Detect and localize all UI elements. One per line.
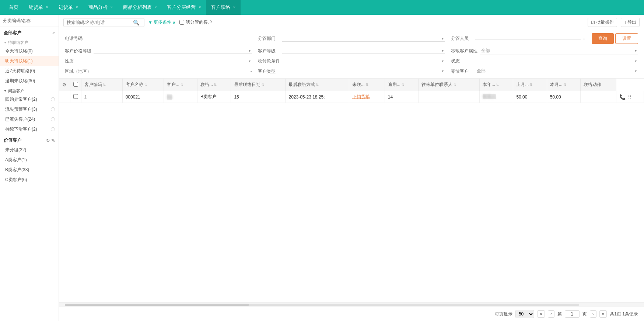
info-icon-churn: ⓘ (51, 107, 55, 112)
sidebar-item-ungrouped[interactable]: 未分组(32) (0, 145, 59, 155)
main-search-icon[interactable]: 🔍 (133, 20, 139, 25)
sidebar-item-b-class[interactable]: B类客户(33) (0, 165, 59, 175)
table-header-row: ⚙ 客户编码⇅ 客户名称⇅ 客户...⇅ (59, 79, 644, 91)
refresh-icon[interactable]: ↻ (46, 138, 50, 143)
payment-select[interactable]: ▾ (282, 58, 445, 64)
nav-home[interactable]: 首页 (4, 0, 24, 15)
status-select[interactable]: ▾ (475, 58, 638, 64)
customer-type-select[interactable]: ▾ (282, 68, 445, 74)
close-product-analysis-list-icon[interactable]: × (155, 0, 157, 15)
content-area: 🔍 ▼ 更多条件 ∧ 我分管的客户 ☑ 批量操作 ↑ 导出 (59, 15, 644, 321)
nav-sales-order[interactable]: 销货单 × (24, 0, 53, 15)
sidebar-item-a-class[interactable]: A类客户(1) (0, 155, 59, 165)
nav-purchase-order[interactable]: 进货单 × (53, 0, 83, 15)
col-gear-header: ⚙ (59, 79, 70, 91)
sort-type-icon[interactable]: ⇅ (180, 83, 183, 87)
sort-contacts-icon[interactable]: ⇅ (214, 83, 217, 87)
total-records: 共1页 1条记录 (610, 311, 638, 317)
edit-icon[interactable]: ✎ (51, 138, 55, 143)
retail-attr-select[interactable]: 全部▾ (480, 47, 638, 55)
phone-input[interactable] (89, 35, 252, 42)
main-search-input[interactable] (67, 20, 133, 25)
page-label: 第 (557, 311, 562, 317)
sidebar-item-7days-contact[interactable]: 近7天待联络(0) (0, 66, 59, 76)
prev-page-btn[interactable]: ‹ (548, 310, 554, 318)
close-product-analysis-icon[interactable]: × (111, 0, 113, 15)
my-customers-checkbox[interactable] (179, 20, 184, 25)
export-btn[interactable]: ↑ 导出 (621, 18, 640, 27)
sidebar-item-tomorrow-contact[interactable]: 明天待联络(1) (0, 56, 59, 66)
sort-name-icon[interactable]: ⇅ (144, 83, 147, 87)
sort-code-icon[interactable]: ⇅ (103, 83, 106, 87)
area-select[interactable] (94, 70, 246, 72)
col-name-header: 客户名称⇅ (122, 79, 164, 91)
group-problem-customers: 问题客户 (0, 86, 59, 94)
settings-icon[interactable]: ⚙ (62, 82, 66, 87)
sort-contact-person-icon[interactable]: ⇅ (453, 83, 456, 87)
set-button[interactable]: 设置 (615, 33, 638, 44)
sidebar-item-today-contact[interactable]: 今天待联络(0) (0, 46, 59, 56)
scroll-track (65, 304, 579, 306)
person-more-icon[interactable]: ··· (583, 36, 587, 41)
row-checkbox[interactable] (73, 94, 78, 99)
close-purchase-order-icon[interactable]: × (76, 0, 78, 15)
sort-last-month-icon[interactable]: ⇅ (529, 83, 532, 87)
retail-customer-select[interactable]: 全部▾ (475, 67, 638, 75)
close-customer-segment-icon[interactable]: × (199, 0, 201, 15)
customer-name-value: Ea (167, 94, 172, 100)
person-select[interactable] (475, 38, 581, 39)
chevron-icon: ∧ (172, 20, 176, 25)
filter-gender: 性质 ▾ (65, 58, 252, 64)
dept-select[interactable]: ▾ (282, 36, 445, 42)
sort-last-date-icon[interactable]: ⇅ (261, 83, 264, 87)
more-action-icon[interactable]: ⠿ (628, 94, 631, 100)
horizontal-scroll[interactable] (59, 302, 644, 307)
grade-select[interactable]: ▾ (282, 48, 445, 54)
contact-action-icon[interactable]: 📞 (619, 94, 626, 100)
sidebar-item-declining[interactable]: 持续下滑客户(2) ⓘ (0, 124, 59, 134)
sidebar-item-churned[interactable]: 已流失客户(24) ⓘ (0, 114, 59, 124)
row-no-contact-cell: 14 (385, 91, 418, 103)
select-all-checkbox[interactable] (73, 82, 78, 87)
per-page-select[interactable]: 50 100 200 (515, 310, 534, 318)
sidebar-search-input[interactable] (3, 18, 58, 23)
page-number-input[interactable] (565, 310, 580, 318)
sidebar-item-repurchase-abnormal[interactable]: 回购异常客户(2) ⓘ (0, 94, 59, 104)
next-page-btn[interactable]: › (590, 310, 596, 318)
bulk-operation-btn[interactable]: ☑ 批量操作 (588, 18, 617, 27)
nav-customer-contact[interactable]: 客户联络 × (206, 0, 241, 15)
sort-this-month-icon[interactable]: ⇅ (563, 83, 566, 87)
more-conditions-btn[interactable]: ▼ 更多条件 ∧ (148, 19, 176, 25)
scroll-thumb[interactable] (65, 304, 249, 306)
sidebar-item-overdue-contact[interactable]: 逾期未联络(30) (0, 76, 59, 86)
sidebar: 🔍 全部客户 « 待联络客户 今天待联络(0) 明天待联络(1) 近7天待联络(… (0, 15, 59, 321)
area-more-icon[interactable]: ··· (248, 69, 252, 74)
col-this-month-header: 本月...⇅ (547, 79, 580, 91)
table-row: 1 000021 Ea B类客户 15 (59, 91, 644, 103)
filter-price-level: 客户价格等级 ▾ (65, 47, 252, 55)
row-code-cell: 000021 (122, 91, 164, 103)
filter-retail-customer: 零散客户 全部▾ (451, 67, 638, 75)
sort-no-contact-icon[interactable]: ⇅ (365, 83, 368, 87)
sort-overdue-icon[interactable]: ⇅ (401, 83, 404, 87)
price-level-select[interactable]: ▾ (94, 48, 252, 54)
nav-product-analysis[interactable]: 商品分析 × (83, 0, 118, 15)
filter-grade: 客户等级 ▾ (258, 47, 445, 55)
group-value-customers-header: 价值客户 ↻ ✎ (0, 134, 59, 145)
sort-this-year-icon[interactable]: ⇅ (496, 83, 499, 87)
nav-customer-segment[interactable]: 客户分层经营 × (162, 0, 206, 15)
sidebar-item-churn-warning[interactable]: 流失预警客户(3) ⓘ (0, 104, 59, 114)
query-button[interactable]: 查询 (592, 33, 614, 44)
last-method-link[interactable]: 下销货单 (352, 94, 370, 99)
close-sales-order-icon[interactable]: × (46, 0, 48, 15)
sidebar-collapse-icon[interactable]: « (52, 31, 55, 36)
last-page-btn[interactable]: » (599, 310, 607, 318)
row-overdue-cell (419, 91, 480, 103)
filter-phone: 电话号码 (65, 33, 252, 44)
close-customer-contact-icon[interactable]: × (233, 0, 235, 15)
nav-product-analysis-list[interactable]: 商品分析列表 × (118, 0, 162, 15)
sidebar-item-c-class[interactable]: C类客户(6) (0, 175, 59, 185)
gender-select[interactable]: ▾ (89, 58, 252, 64)
sort-last-method-icon[interactable]: ⇅ (316, 83, 319, 87)
first-page-btn[interactable]: « (537, 310, 545, 318)
